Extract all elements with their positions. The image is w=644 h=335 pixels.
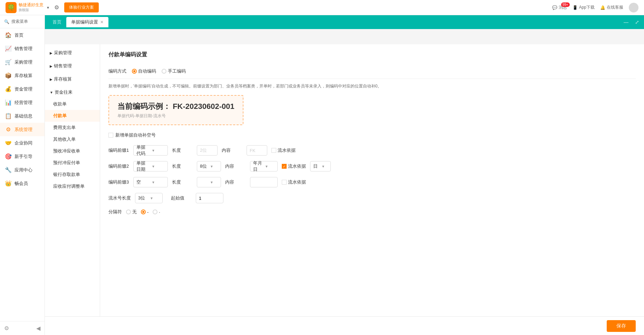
sidebar-search[interactable]: 🔍 搜索菜单 xyxy=(0,15,45,28)
chevron-right-icon: ▶ xyxy=(50,51,52,55)
sep-none-radio[interactable]: 无 xyxy=(126,209,137,215)
message-button[interactable]: 💬 消息 99+ xyxy=(552,4,567,10)
tab-home[interactable]: 首页 xyxy=(48,17,66,27)
sidebar-item-home[interactable]: 🏠 首页 xyxy=(0,28,45,42)
prefix-select-1[interactable]: 单据代码 ▼ xyxy=(133,145,168,156)
content-value-2: 年月日 xyxy=(253,160,263,173)
sidebar-collapse-icon[interactable]: ◀ xyxy=(36,325,40,332)
coding-method-row: 编码方式 自动编码 手工编码 xyxy=(108,64,636,79)
watermark-check-2[interactable]: ✓ 流水依据 xyxy=(282,163,306,169)
service-icon: 🔔 xyxy=(600,5,605,10)
sidebar-nav: 🏠 首页 📈 销售管理 🛒 采购管理 📦 库存核算 💰 资金管理 📊 经 xyxy=(0,28,45,321)
sidebar-bottom: ⚙ ◀ xyxy=(0,321,45,335)
sidebar-item-enterprise-label: 企业协同 xyxy=(15,140,32,146)
sidebar-item-purchase[interactable]: 🛒 采购管理 xyxy=(0,55,45,69)
user-avatar[interactable] xyxy=(629,3,638,12)
sub-item-prepay-offset[interactable]: 预收冲应收单 xyxy=(45,145,100,157)
sub-group-inventory-title[interactable]: ▶ 库存核算 xyxy=(45,73,100,85)
length-select-3[interactable]: ▼ xyxy=(197,177,221,187)
period-value-2: 日 xyxy=(313,163,319,169)
sub-item-expense[interactable]: 费用支出单 xyxy=(45,122,100,133)
sidebar-item-basic[interactable]: 📋 基础信息 xyxy=(0,109,45,123)
tab-maximize-button[interactable]: ⤢ xyxy=(633,18,641,26)
watermark-label-3: 流水依据 xyxy=(288,179,306,185)
sep-dot2-radio[interactable]: · xyxy=(153,210,160,215)
serial-row: 流水号长度 3位 ▼ 起始值 xyxy=(108,193,636,203)
sub-item-payment[interactable]: 付款单 xyxy=(45,110,100,122)
sub-group-capital-label: 资金往来 xyxy=(55,89,73,95)
sub-group-purchase-label: 采购管理 xyxy=(54,50,72,56)
sep-none-radio-circle xyxy=(126,210,131,214)
operation-icon: 📊 xyxy=(5,99,12,106)
start-value-input[interactable] xyxy=(196,193,223,203)
sub-item-adjustment[interactable]: 应收应付调整单 xyxy=(45,180,100,192)
tab-document-code[interactable]: 单据编码设置 ✕ xyxy=(66,17,108,27)
watermark-check-1[interactable]: 流水依据 xyxy=(271,147,296,153)
sidebar-item-finance[interactable]: 💰 资金管理 xyxy=(0,82,45,96)
sub-item-bank[interactable]: 银行存取款单 xyxy=(45,169,100,180)
content-input-1: FK xyxy=(247,145,267,156)
content-select-2[interactable]: 年月日 ▼ xyxy=(250,161,278,171)
trial-button[interactable]: 体验行业方案 xyxy=(64,2,99,12)
sidebar-item-guide[interactable]: 🎯 新手引导 xyxy=(0,150,45,163)
serial-length-label: 流水号长度 xyxy=(108,195,131,201)
sidebar-item-member[interactable]: 👑 畅会员 xyxy=(0,177,45,190)
watermark-checkbox-2[interactable]: ✓ xyxy=(282,164,287,169)
prefix-row-1: 编码前缀1 单据代码 ▼ 长度 2位 内容 FK 流水依据 xyxy=(108,145,636,156)
sub-item-receipt[interactable]: 收款单 xyxy=(45,98,100,110)
apps-icon: 🔧 xyxy=(5,167,12,173)
sub-item-other-income[interactable]: 其他收入单 xyxy=(45,133,100,145)
app-download-button[interactable]: 📱 App下载 xyxy=(573,4,595,10)
bottom-bar: 保存 xyxy=(45,316,644,335)
prefix-select-3[interactable]: 空 ▼ xyxy=(133,177,168,187)
sidebar-settings-icon[interactable]: ⚙ xyxy=(4,325,9,332)
serial-length-select[interactable]: 3位 ▼ xyxy=(135,193,163,203)
sep-dot-radio[interactable]: - xyxy=(141,210,148,215)
sidebar-item-finance-label: 资金管理 xyxy=(15,86,32,92)
sidebar-item-sales[interactable]: 📈 销售管理 xyxy=(0,42,45,55)
manual-code-radio[interactable]: 手工编码 xyxy=(162,68,186,74)
sidebar-item-inventory-label: 库存核算 xyxy=(15,73,32,79)
settings-button[interactable]: ⚙ xyxy=(52,3,61,12)
length-label-2: 长度 xyxy=(172,163,193,169)
auto-fill-label: 新增单据自动补空号 xyxy=(115,132,156,138)
prefix-dropdown-arrow-1: ▼ xyxy=(152,149,165,152)
sub-layout: ▶ 采购管理 ▶ 销售管理 ▶ 库存核算 xyxy=(45,44,644,335)
main-layout: 🔍 搜索菜单 🏠 首页 📈 销售管理 🛒 采购管理 📦 库存核算 💰 xyxy=(0,0,644,335)
sidebar-item-apps[interactable]: 🔧 应用中心 xyxy=(0,163,45,177)
sales-icon: 📈 xyxy=(5,45,12,52)
sidebar-item-enterprise[interactable]: 🤝 企业协同 xyxy=(0,136,45,150)
sub-group-purchase-title[interactable]: ▶ 采购管理 xyxy=(45,47,100,59)
preview-code: FK-20230602-001 xyxy=(173,102,234,111)
online-service-button[interactable]: 🔔 在线客服 xyxy=(600,4,623,10)
nav-dropdown[interactable]: ▾ xyxy=(47,5,49,10)
top-bar-right: 💬 消息 99+ 📱 App下载 🔔 在线客服 xyxy=(552,3,638,12)
sub-group-capital-title[interactable]: ▼ 资金往来 xyxy=(45,86,100,98)
home-icon: 🏠 xyxy=(5,32,12,38)
sidebar-item-system[interactable]: ⚙ 系统管理 xyxy=(0,123,45,136)
sub-item-advance-offset[interactable]: 预付冲应付单 xyxy=(45,157,100,169)
watermark-checkbox-1[interactable] xyxy=(271,148,276,153)
watermark-checkbox-3[interactable] xyxy=(282,180,287,185)
prefix-value-2: 单据日期 xyxy=(136,160,150,173)
tab-close-icon[interactable]: ✕ xyxy=(100,20,104,25)
sub-group-sales-title[interactable]: ▶ 销售管理 xyxy=(45,60,100,72)
prefix-select-2[interactable]: 单据日期 ▼ xyxy=(133,161,168,171)
tab-minimize-button[interactable]: — xyxy=(622,18,630,26)
save-button[interactable]: 保存 xyxy=(607,320,636,332)
sidebar-item-basic-label: 基础信息 xyxy=(15,113,32,119)
auto-fill-checkbox[interactable] xyxy=(108,133,113,138)
prefix-label-2: 编码前缀2 xyxy=(108,163,129,169)
period-select-2[interactable]: 日 ▼ xyxy=(310,161,331,171)
length-input-1: 2位 xyxy=(197,145,218,156)
auto-code-radio[interactable]: 自动编码 xyxy=(132,68,156,74)
length-select-2[interactable]: 8位 ▼ xyxy=(197,161,221,171)
sidebar-item-purchase-label: 采购管理 xyxy=(15,59,32,65)
purchase-icon: 🛒 xyxy=(5,59,12,65)
content-label-2: 内容 xyxy=(225,163,246,169)
sidebar-item-operation[interactable]: 📊 经营管理 xyxy=(0,96,45,109)
watermark-check-3[interactable]: 流水依据 xyxy=(282,179,306,185)
period-dropdown-arrow-2: ▼ xyxy=(321,165,328,168)
sidebar-item-inventory[interactable]: 📦 库存核算 xyxy=(0,69,45,82)
prefix-dropdown-arrow-2: ▼ xyxy=(152,165,165,168)
